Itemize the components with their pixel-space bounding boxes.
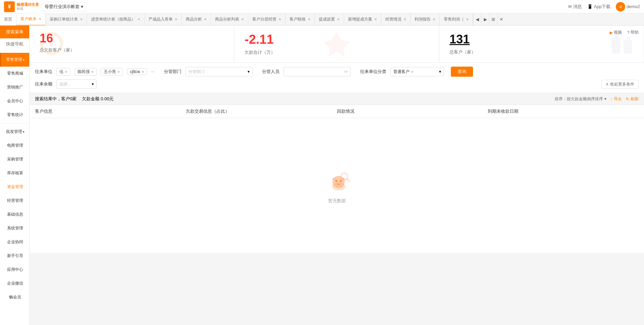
sort-select[interactable]: 排序：按欠款金额倒序排序 ▾ [555,96,606,102]
help-link[interactable]: ? 帮助 [627,30,639,35]
query-button[interactable]: 查询 [451,67,473,77]
filter-tag-unit1[interactable]: 伍 ✕ [56,68,71,76]
tab-close-promo[interactable]: ✕ [337,17,340,21]
filter-tag-unit3[interactable]: 王小亮 ✕ [101,68,123,76]
stat-value-customers: 16 [40,32,224,44]
sidebar-item-enterprise[interactable]: 企业协同 [0,235,29,249]
logo: ¥ 畅捷通好生意 标版 [4,1,39,12]
tab-customer-account[interactable]: 客户账本 ✕ [16,13,46,26]
user-profile[interactable]: d demo2 [616,2,640,11]
sidebar-item-member2[interactable]: 畅会员 [0,290,29,304]
tab-promo-settings[interactable]: 提成设置 ✕ [315,13,344,26]
remove-tag-unit2[interactable]: ✕ [91,70,94,74]
search-result-text: 搜索结果中，客户0家 [35,96,77,102]
sidebar-quick-nav[interactable]: 快捷导航 [0,38,29,50]
tab-business-status[interactable]: 经营情况 ✕ [381,13,411,26]
filter-tag-unit-type[interactable]: 普通客户 ✕ [393,69,414,75]
tab-close-business[interactable]: ✕ [403,17,406,21]
company-selector[interactable]: 母婴行业演示帐套 ▾ [42,2,86,11]
remove-tag-unit-type[interactable]: ✕ [411,70,414,74]
tab-home[interactable]: 首页 [0,13,16,26]
unit-label: 往来单位 [35,69,52,75]
tab-expand-button[interactable]: ⊞ [489,13,497,26]
chevron-down-balance: ▾ [92,82,94,86]
video-link[interactable]: ▶ 视频 [610,30,622,35]
chevron-down-person: ··· [344,69,348,74]
svg-rect-6 [627,37,630,40]
filter-more-units[interactable]: ··· [151,69,155,74]
tab-close-all-button[interactable]: ✕ [497,13,505,26]
sidebar-item-finance[interactable]: 资金管理 [0,180,29,194]
sidebar-item-app-center[interactable]: 应用中心 [0,263,29,277]
sidebar-item-operations[interactable]: 经营管理 [0,194,29,208]
tab-product-analysis[interactable]: 商品分析 ✕ [182,13,211,26]
tab-new-promo[interactable]: 新增提成方案 ✕ [344,13,381,26]
tab-profit-report[interactable]: 利润报告 ✕ [411,13,440,26]
tab-purchase-order[interactable]: 采购订单统计表 ✕ [46,13,87,26]
sidebar-item-system[interactable]: 系统管理 [0,221,29,235]
tab-close-retail[interactable]: ✕ [466,17,469,21]
tab-customer-segment[interactable]: 客户分层经营 ✕ [248,13,286,26]
sidebar-item-newbie[interactable]: 新手引导 [0,249,29,263]
export-icon: ↑ [610,97,612,101]
logo-icon: ¥ [4,1,15,12]
refresh-icon: ↻ [626,97,629,101]
remove-tag-unit1[interactable]: ✕ [65,70,68,74]
sidebar-item-ecommerce[interactable]: 电商管理 [0,139,29,152]
svg-point-9 [335,180,337,182]
tab-close-inbound[interactable]: ✕ [137,17,140,21]
svg-point-10 [340,180,342,182]
empty-text: 暂无数据 [328,198,346,204]
tab-close-profit[interactable]: ✕ [433,17,435,21]
tab-cost-entry[interactable]: 产成品入库单 ✕ [144,13,182,26]
chevron-icon-wholesale: ▾ [23,130,25,134]
tab-customer-contact[interactable]: 客户联络 ✕ [286,13,315,26]
remove-tag-unit4[interactable]: ✕ [141,70,144,74]
sidebar-item-inventory[interactable]: 库存核算 [0,166,29,180]
message-button[interactable]: ✉ 消息 [568,4,582,10]
balance-select[interactable]: 选择... ▾ [56,79,97,89]
tab-close-new-promo[interactable]: ✕ [374,17,377,21]
sidebar-item-retail-stats[interactable]: 零售统计 [0,108,29,122]
refresh-button[interactable]: ↻ 刷新 [626,96,639,102]
tab-close-cost[interactable]: ✕ [175,17,177,21]
tab-close-product-list[interactable]: ✕ [241,17,244,21]
stat-value-total: 131 [449,32,634,46]
tab-inbound-stats[interactable]: 进货单统计表（按商品） ✕ [87,13,144,26]
export-button[interactable]: ↑ 导出 [610,96,622,102]
tab-close-segment[interactable]: ✕ [278,17,281,21]
sidebar-item-enterprise-wechat[interactable]: 企业微信 [0,277,29,290]
unit-type-select[interactable]: 普通客户 ✕ ▾ [390,67,444,76]
filter-tag-unit2[interactable]: 陈民强 ✕ [75,68,97,76]
sidebar-item-wholesale[interactable]: 批发管理 ▾ [0,125,29,139]
dept-select[interactable]: 分管部门 ▾ [185,67,253,76]
dept-label: 分管部门 [164,69,181,75]
svg-text:¥: ¥ [48,38,54,49]
video-icon: ▶ [610,30,613,35]
sidebar-item-member[interactable]: 会员中心 [0,94,29,108]
sidebar-item-purchase[interactable]: 采购管理 [0,152,29,166]
sidebar-item-retail-mall[interactable]: 零售商城 [0,67,29,80]
person-select[interactable]: ··· [284,67,351,76]
tab-close-customer-account[interactable]: ✕ [39,17,41,21]
collapse-button[interactable]: ∧ 收起更多条件 [601,80,639,89]
col-header-payback: 回款情况 [337,108,488,114]
stat-label-customers: 总欠款客户（家） [40,47,224,53]
person-label: 分管人员 [262,69,280,75]
sidebar-item-basic-info[interactable]: 基础信息 [0,208,29,221]
tab-product-analysis-list[interactable]: 商品分析列表 ✕ [211,13,248,26]
sidebar-item-marketing[interactable]: 营销推广 [0,80,29,94]
logo-text: 畅捷通好生意 标版 [17,2,39,11]
tab-close-contact[interactable]: ✕ [308,17,310,21]
remove-tag-unit3[interactable]: ✕ [117,70,120,74]
tab-next-button[interactable]: ▶ [481,13,489,26]
tab-prev-button[interactable]: ◀ [473,13,481,26]
sidebar-search[interactable]: 搜索菜单 [0,26,29,38]
tab-retail-profit[interactable]: 零售利润（ ✕ [440,13,473,26]
app-download-button[interactable]: 📱 App下载 [587,4,610,10]
tab-close-product[interactable]: ✕ [204,17,207,21]
tab-close-purchase[interactable]: ✕ [80,17,83,21]
svg-marker-2 [323,32,350,57]
sidebar-item-retail[interactable]: 零售管理 ▾ [0,53,29,67]
filter-tag-unit4[interactable]: cjttcw ✕ [127,68,147,75]
